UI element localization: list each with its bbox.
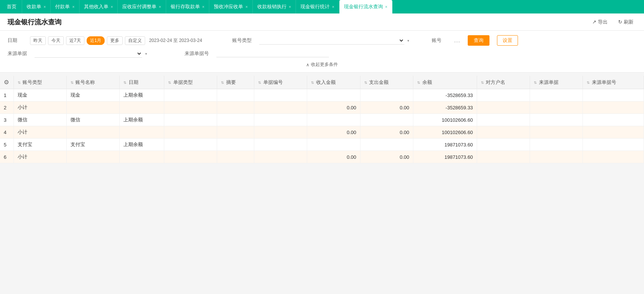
date-btn-yesterday[interactable]: 昨天 — [30, 36, 46, 45]
account-type-select[interactable] — [259, 36, 404, 45]
row-expense — [360, 114, 413, 126]
dots-button[interactable]: ... — [454, 37, 460, 44]
close-icon[interactable]: × — [332, 4, 334, 9]
account-type-label: 账号类型 — [232, 37, 252, 44]
sort-arrows-icon: ⇅ — [311, 81, 314, 85]
col-date[interactable]: ⇅ 日期 — [120, 76, 164, 89]
close-icon[interactable]: × — [289, 4, 291, 9]
date-btn-more[interactable]: 更多 — [107, 36, 123, 45]
row-doc-no — [254, 139, 307, 151]
col-summary[interactable]: ⇅ 摘要 — [217, 76, 254, 89]
nav-tab-6[interactable]: 收款核销执行 × — [253, 0, 296, 13]
nav-tab-3[interactable]: 应收应付调整单 × — [118, 0, 166, 13]
col-expense[interactable]: ⇅ 支出金额 — [360, 76, 413, 89]
row-account-type: 支付宝 — [14, 139, 66, 151]
col-counterparty[interactable]: ⇅ 对方户名 — [477, 76, 530, 89]
row-doc-type — [164, 139, 217, 151]
nav-tab-7[interactable]: 现金银行统计 × — [296, 0, 339, 13]
date-btn-7days[interactable]: 近7天 — [66, 36, 84, 45]
col-src-doc-no[interactable]: ⇅ 来源单据号 — [583, 76, 644, 89]
row-src-doc-no — [583, 101, 644, 114]
table-body: 1 现金 现金 上期余额 -3528659.33 2 小计 0.00 0.00 … — [0, 89, 644, 163]
col-doc-type[interactable]: ⇅ 单据类型 — [164, 76, 217, 89]
row-counterparty — [477, 101, 530, 114]
sort-arrows-icon: ⇅ — [123, 81, 126, 85]
date-btn-1month[interactable]: 近1月 — [87, 36, 105, 45]
row-summary — [217, 89, 254, 101]
col-account-type[interactable]: ⇅ 账号类型 — [14, 76, 66, 89]
sort-arrows-icon: ⇅ — [258, 81, 261, 85]
row-account-name — [66, 151, 119, 163]
chevron-down-icon: ▾ — [407, 39, 409, 43]
col-balance[interactable]: ⇅ 余额 — [413, 76, 477, 89]
export-button[interactable]: ↗ 导出 — [589, 17, 611, 27]
row-balance: -3528659.33 — [413, 89, 477, 101]
close-icon[interactable]: × — [159, 4, 161, 9]
source-doc-select[interactable] — [35, 49, 142, 58]
col-doc-no[interactable]: ⇅ 单据编号 — [254, 76, 307, 89]
row-src-doc — [530, 139, 583, 151]
row-balance: 19871073.60 — [413, 139, 477, 151]
filter-area: 日期 昨天 今天 近7天 近1月 更多 自定义 2023-02-24 至 202… — [0, 31, 644, 73]
row-date — [120, 126, 164, 139]
nav-tab-8[interactable]: 现金银行流水查询 × — [339, 0, 392, 13]
row-src-doc — [530, 126, 583, 139]
source-doc-no-input[interactable] — [216, 50, 329, 57]
close-icon[interactable]: × — [385, 4, 387, 9]
date-btn-today[interactable]: 今天 — [48, 36, 64, 45]
col-account-name[interactable]: ⇅ 账号名称 — [66, 76, 119, 89]
row-no: 1 — [0, 89, 14, 101]
row-account-type: 小计 — [14, 101, 66, 114]
sort-arrows-icon: ⇅ — [168, 81, 171, 85]
row-counterparty — [477, 89, 530, 101]
row-src-doc-no — [583, 139, 644, 151]
table-row: 3 微信 微信 上期余额 100102606.60 — [0, 114, 644, 126]
close-icon[interactable]: × — [202, 4, 204, 9]
row-counterparty — [477, 114, 530, 126]
setting-button[interactable]: 设置 — [497, 35, 518, 46]
row-src-doc-no — [583, 114, 644, 126]
close-icon[interactable]: × — [72, 4, 74, 9]
nav-tab-0[interactable]: 收款单 × — [22, 0, 51, 13]
sort-arrows-icon: ⇅ — [417, 81, 420, 85]
date-range-text: 2023-02-24 至 2023-03-24 — [149, 37, 202, 44]
row-account-name: 支付宝 — [66, 139, 119, 151]
row-summary — [217, 101, 254, 114]
row-account-name — [66, 101, 119, 114]
nav-tab-5[interactable]: 预收冲应收单 × — [209, 0, 252, 13]
sort-arrows-icon: ⇅ — [71, 81, 74, 85]
page-title: 现金银行流水查询 — [8, 18, 62, 27]
row-balance: -3528659.33 — [413, 101, 477, 114]
nav-home[interactable]: 首页 — [2, 0, 22, 13]
filter-row-2: 来源单据 ▾ 来源单据号 — [8, 49, 636, 58]
close-icon[interactable]: × — [44, 4, 46, 9]
row-src-doc-no — [583, 126, 644, 139]
row-doc-type — [164, 101, 217, 114]
col-gear[interactable]: ⚙ — [0, 76, 14, 89]
row-date — [120, 101, 164, 114]
table-header-row: ⚙ ⇅ 账号类型 ⇅ 账号名称 ⇅ 日期 ⇅ 单据类型 — [0, 76, 644, 89]
export-icon: ↗ — [592, 19, 596, 25]
close-icon[interactable]: × — [111, 4, 113, 9]
refresh-button[interactable]: ↻ 刷新 — [615, 17, 636, 27]
page-header: 现金银行流水查询 ↗ 导出 ↻ 刷新 — [0, 13, 644, 31]
row-doc-no — [254, 151, 307, 163]
row-account-name: 微信 — [66, 114, 119, 126]
close-icon[interactable]: × — [245, 4, 248, 9]
row-income: 0.00 — [307, 151, 360, 163]
nav-tab-1[interactable]: 付款单 × — [51, 0, 79, 13]
row-no: 6 — [0, 151, 14, 163]
sort-arrows-icon: ⇅ — [534, 81, 537, 85]
nav-tab-4[interactable]: 银行存取款单 × — [166, 0, 209, 13]
collapse-button[interactable]: ∧ 收起更多条件 — [306, 61, 338, 68]
nav-tab-2[interactable]: 其他收入单 × — [80, 0, 118, 13]
row-doc-no — [254, 89, 307, 101]
col-src-doc[interactable]: ⇅ 来源单据 — [530, 76, 583, 89]
sort-arrows-icon: ⇅ — [18, 81, 21, 85]
sort-arrows-icon: ⇅ — [221, 81, 224, 85]
col-income[interactable]: ⇅ 收入金额 — [307, 76, 360, 89]
row-expense: 0.00 — [360, 101, 413, 114]
date-options: 昨天 今天 近7天 近1月 更多 自定义 2023-02-24 至 2023-0… — [30, 36, 202, 45]
date-btn-custom[interactable]: 自定义 — [125, 36, 145, 45]
query-button[interactable]: 查询 — [468, 35, 489, 46]
